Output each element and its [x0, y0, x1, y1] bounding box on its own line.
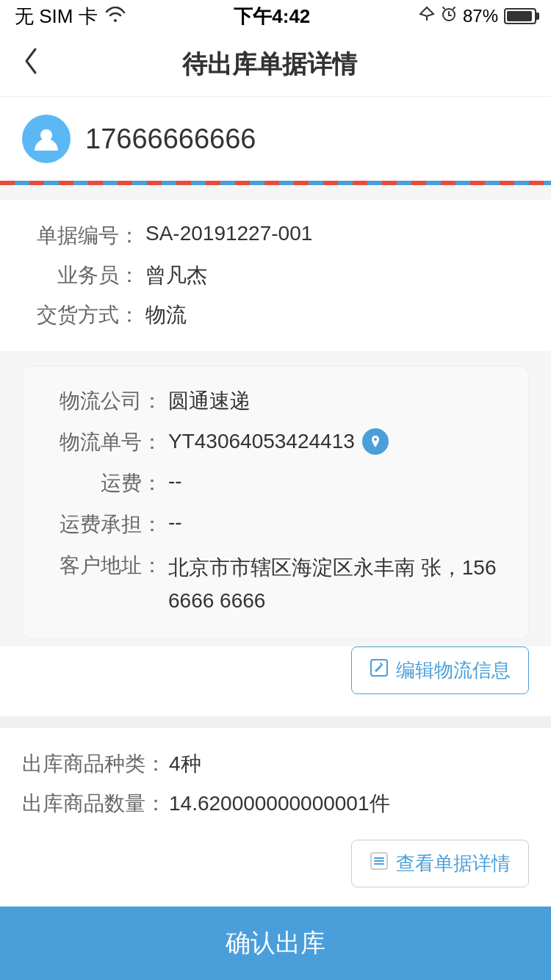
sales-person-label: 业务员： [22, 262, 140, 289]
basic-info-section: 单据编号： SA-20191227-001 业务员： 曾凡杰 交货方式： 物流 [0, 200, 551, 351]
carrier-text: 无 SIM 卡 [15, 4, 98, 29]
status-right: 87% [419, 6, 536, 26]
product-quantity-label: 出库商品数量： [22, 790, 169, 818]
section-separator [0, 716, 551, 728]
logistics-tracking-value: YT43064053424413 [162, 428, 506, 455]
logistics-freight-row: 运费： -- [45, 469, 506, 497]
product-quantity-value: 14.620000000000001件 [169, 790, 529, 818]
logistics-tracking-label: 物流单号： [45, 428, 162, 456]
document-number-value: SA-20191227-001 [140, 222, 529, 245]
avatar [22, 115, 71, 163]
product-type-value: 4种 [169, 750, 529, 778]
logistics-company-row: 物流公司： 圆通速递 [45, 387, 506, 415]
logistics-company-value: 圆通速递 [162, 387, 506, 415]
svg-point-7 [374, 438, 377, 441]
dashed-divider [0, 181, 551, 185]
confirm-button[interactable]: 确认出库 [0, 907, 551, 980]
logistics-company-label: 物流公司： [45, 387, 162, 415]
svg-line-5 [453, 7, 455, 9]
logistics-freight-bearer-value: -- [162, 511, 506, 534]
gps-icon [419, 6, 435, 26]
location-icon[interactable] [362, 428, 389, 455]
sales-person-value: 曾凡杰 [140, 262, 529, 289]
logistics-freight-label: 运费： [45, 469, 162, 497]
product-section: 出库商品种类： 4种 出库商品数量： 14.620000000000001件 [0, 728, 551, 840]
product-type-label: 出库商品种类： [22, 750, 169, 778]
battery-icon [504, 8, 536, 24]
svg-line-4 [443, 7, 444, 9]
logistics-freight-bearer-row: 运费承担： -- [45, 511, 506, 538]
document-number-row: 单据编号： SA-20191227-001 [22, 222, 529, 250]
status-bar: 无 SIM 卡 下午4:42 [0, 0, 551, 32]
sales-person-row: 业务员： 曾凡杰 [22, 262, 529, 289]
list-icon [370, 851, 389, 876]
wifi-icon [105, 5, 126, 28]
logistics-freight-bearer-label: 运费承担： [45, 511, 162, 538]
time-text: 下午4:42 [234, 4, 310, 29]
battery-percent: 87% [463, 6, 498, 26]
edit-logistics-button[interactable]: 编辑物流信息 [351, 646, 529, 694]
phone-header: 17666666666 [0, 97, 551, 181]
product-quantity-row: 出库商品数量： 14.620000000000001件 [22, 790, 529, 818]
page-title: 待出库单据详情 [47, 48, 492, 82]
product-type-row: 出库商品种类： 4种 [22, 750, 529, 778]
edit-icon [370, 658, 389, 682]
view-details-button[interactable]: 查看单据详情 [351, 840, 529, 887]
status-left: 无 SIM 卡 [15, 4, 126, 29]
nav-bar: 待出库单据详情 [0, 32, 551, 97]
logistics-address-value: 北京市市辖区海淀区永丰南 张，156 6666 6666 [162, 552, 506, 618]
delivery-method-row: 交货方式： 物流 [22, 301, 529, 329]
logistics-freight-value: -- [162, 469, 506, 493]
alarm-icon [441, 6, 457, 26]
edit-logistics-label: 编辑物流信息 [396, 657, 511, 683]
document-number-label: 单据编号： [22, 222, 140, 250]
logistics-card: 物流公司： 圆通速递 物流单号： YT43064053424413 运费： --… [22, 366, 529, 639]
view-btn-container: 查看单据详情 [22, 840, 529, 887]
edit-btn-container: 编辑物流信息 [22, 646, 529, 694]
delivery-method-label: 交货方式： [22, 301, 140, 329]
phone-number: 17666666666 [85, 123, 256, 155]
confirm-button-label: 确认出库 [226, 926, 325, 960]
delivery-method-value: 物流 [140, 301, 529, 329]
view-details-label: 查看单据详情 [396, 851, 511, 876]
logistics-address-label: 客户地址： [45, 552, 162, 580]
logistics-address-row: 客户地址： 北京市市辖区海淀区永丰南 张，156 6666 6666 [45, 552, 506, 618]
back-button[interactable] [15, 39, 47, 90]
logistics-tracking-row: 物流单号： YT43064053424413 [45, 428, 506, 456]
